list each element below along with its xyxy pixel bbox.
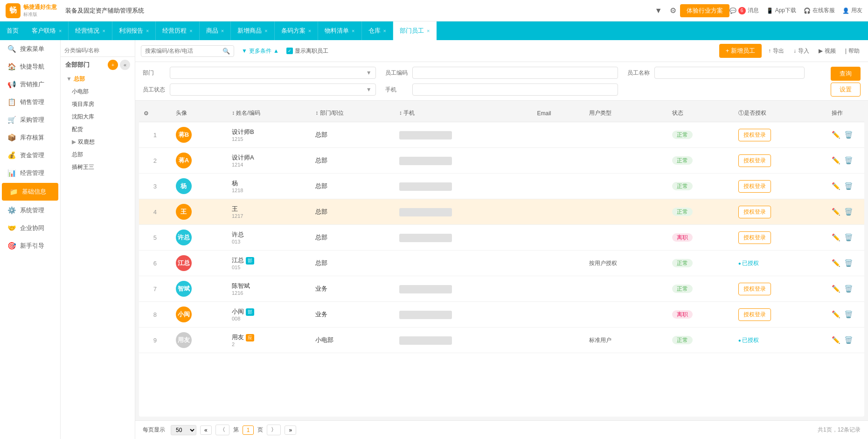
tab-customer[interactable]: 客户联络 ×: [25, 21, 69, 40]
settings-icon[interactable]: ▼: [655, 7, 662, 15]
name-code: 许总 013: [232, 230, 306, 244]
dept-node-xm[interactable]: 项目库房: [68, 98, 133, 111]
edit-btn[interactable]: ✏️: [832, 259, 840, 267]
filter-empcode-input[interactable]: [412, 67, 618, 79]
sidebar-item-basic[interactable]: 📁 基础信息: [2, 183, 58, 201]
dept-add-btn[interactable]: +: [108, 60, 118, 70]
delete-btn[interactable]: 🗑️: [844, 131, 853, 139]
auth-btn[interactable]: 授权登录: [738, 308, 771, 321]
show-resigned-checkbox[interactable]: ✓: [286, 48, 293, 54]
tab-goods[interactable]: 商品 ×: [200, 21, 231, 40]
delete-btn[interactable]: 🗑️: [844, 182, 853, 190]
edit-btn[interactable]: ✏️: [832, 208, 840, 216]
gear-icon[interactable]: ⚙: [670, 6, 676, 15]
message-btn[interactable]: 💬 6 消息: [729, 7, 759, 14]
help-btn[interactable]: | 帮助: [842, 45, 862, 57]
dept-node-xd[interactable]: 小电部: [68, 85, 133, 98]
delete-btn[interactable]: 🗑️: [844, 233, 853, 242]
add-employee-button[interactable]: + 新增员工: [719, 44, 762, 58]
auth-btn[interactable]: 授权登录: [738, 180, 771, 193]
more-filter-btn[interactable]: ▼ 更多条件 ▲: [238, 45, 283, 57]
query-button[interactable]: 查询: [831, 67, 861, 81]
delete-btn[interactable]: 🗑️: [844, 156, 853, 165]
tab-new-goods[interactable]: 新增商品 ×: [231, 21, 274, 40]
sidebar-item-sales[interactable]: 📋 销售管理: [0, 93, 60, 111]
delete-btn[interactable]: 🗑️: [844, 259, 853, 267]
import-btn[interactable]: ↓ 导入: [791, 45, 812, 57]
sidebar-item-guide[interactable]: 🎯 新手引导: [0, 237, 60, 255]
dept-search-bar: 🔍: [61, 44, 135, 57]
sidebar-item-operation[interactable]: 📊 经营管理: [0, 164, 60, 182]
dept-search-input[interactable]: [64, 47, 134, 54]
auth-btn[interactable]: 授权登录: [738, 206, 771, 218]
export-btn[interactable]: ↑ 导出: [765, 45, 787, 57]
edit-btn[interactable]: ✏️: [832, 156, 840, 165]
dept-node-head[interactable]: ▼总部: [62, 73, 133, 85]
page-size-select[interactable]: 50 100: [171, 425, 196, 435]
prev-page-btn[interactable]: 〈: [215, 425, 229, 435]
tab-management[interactable]: 经营情况 ×: [69, 21, 112, 40]
filter-status-row: 员工状态 ▼: [143, 84, 376, 96]
delete-btn[interactable]: 🗑️: [844, 336, 853, 344]
edit-btn[interactable]: ✏️: [832, 182, 840, 190]
dept-node-sy[interactable]: 沈阳大库: [68, 111, 133, 123]
trial-button[interactable]: 体验行业方案: [680, 4, 729, 17]
search-icon[interactable]: 🔍: [222, 48, 230, 55]
sidebar-item-system[interactable]: ⚙️ 系统管理: [0, 202, 60, 219]
auth-btn[interactable]: 授权登录: [738, 231, 771, 244]
filter-dept-select[interactable]: ▼: [170, 67, 376, 79]
sidebar-item-collab[interactable]: 🤝 企业协同: [0, 219, 60, 237]
filter-phone-input[interactable]: [412, 84, 618, 96]
last-page-btn[interactable]: »: [285, 425, 296, 435]
edit-btn[interactable]: ✏️: [832, 336, 840, 344]
app-download-btn[interactable]: 📱 App下载: [766, 7, 796, 14]
name-code: 江总部 015: [232, 256, 306, 270]
tab-dept-emp[interactable]: 部门员工 ×: [393, 21, 437, 40]
filter-empname-input[interactable]: [654, 67, 805, 79]
tab-profit[interactable]: 利润报告 ×: [112, 21, 156, 40]
tab-bom[interactable]: 物料清单 ×: [318, 21, 361, 40]
sidebar-item-purchase[interactable]: 🛒 采购管理: [0, 111, 60, 129]
sidebar-item-search[interactable]: 🔍 搜索菜单: [0, 40, 60, 58]
online-service-btn[interactable]: 🎧 在线客服: [804, 7, 835, 14]
user-btn[interactable]: 👤 用友: [842, 7, 862, 14]
auth-btn[interactable]: 授权登录: [738, 129, 771, 141]
sidebar-item-inventory[interactable]: 📦 库存核算: [0, 129, 60, 146]
tab-home[interactable]: 首页: [0, 21, 25, 40]
show-resigned-toggle[interactable]: ✓ 显示离职员工: [286, 47, 328, 55]
edit-btn[interactable]: ✏️: [832, 310, 840, 319]
dept-node-sl[interactable]: ▶双鹿想: [68, 136, 133, 148]
tab-barcode[interactable]: 条码方案 ×: [275, 21, 318, 40]
filter-status-select[interactable]: ▼: [170, 84, 376, 96]
reset-button[interactable]: 设置: [831, 83, 861, 97]
edit-btn[interactable]: ✏️: [832, 285, 840, 293]
avatar: 许总: [176, 230, 192, 245]
tab-history[interactable]: 经营历程 ×: [156, 21, 199, 40]
first-page-btn[interactable]: «: [200, 425, 212, 435]
delete-btn[interactable]: 🗑️: [844, 310, 853, 319]
dept-node-zb[interactable]: 总部: [68, 148, 133, 161]
dept-node-cs[interactable]: 插树王三: [68, 161, 133, 174]
view-btn[interactable]: ▶ 视频: [816, 45, 839, 57]
sidebar-item-marketing[interactable]: 📢 营销推广: [0, 76, 60, 93]
auth-btn[interactable]: 授权登录: [738, 154, 771, 167]
cell-phone: ██████████: [395, 122, 533, 148]
auth-btn[interactable]: 授权登录: [738, 283, 771, 295]
table-row: 5 许总 许总 013 总部 ██████████ 离职 授权登录 ✏️ 🗑️: [139, 225, 864, 251]
next-page-btn[interactable]: 〉: [267, 425, 281, 435]
delete-btn[interactable]: 🗑️: [844, 285, 853, 293]
edit-btn[interactable]: ✏️: [832, 233, 840, 242]
dept-node-ph[interactable]: 配货: [68, 123, 133, 136]
sidebar-item-nav[interactable]: 🏠 快捷导航: [0, 58, 60, 76]
dept-collapse-btn[interactable]: «: [120, 60, 130, 70]
col-name[interactable]: ↕ 姓名/编码: [227, 105, 311, 122]
tab-warehouse[interactable]: 仓库 ×: [362, 21, 393, 40]
edit-btn[interactable]: ✏️: [832, 131, 840, 139]
col-settings[interactable]: ⚙: [139, 105, 171, 122]
search-input[interactable]: [145, 48, 222, 54]
col-dept[interactable]: ↕ 部门/职位: [311, 105, 394, 122]
filter-phone-row: 手机: [385, 84, 618, 96]
delete-btn[interactable]: 🗑️: [844, 208, 853, 216]
sidebar-item-finance[interactable]: 💰 资金管理: [0, 146, 60, 164]
col-phone[interactable]: ↕ 手机: [395, 105, 533, 122]
